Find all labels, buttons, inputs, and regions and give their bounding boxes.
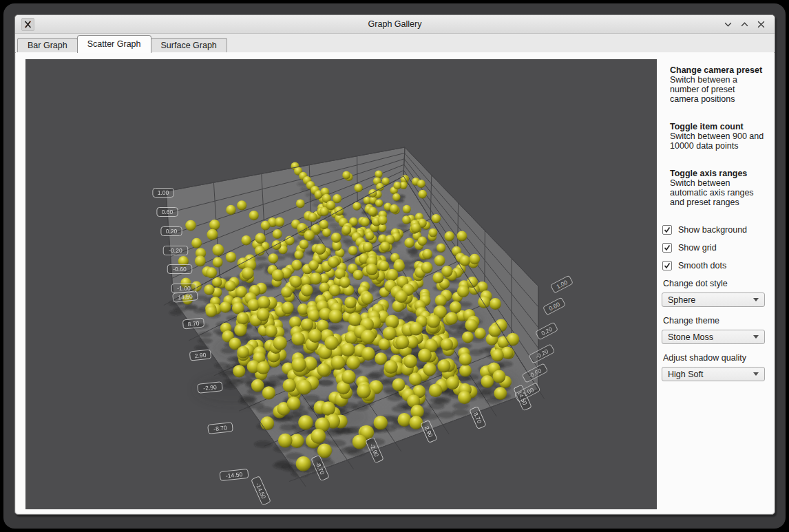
dot-style-label: Change dot style [663, 279, 780, 288]
section-title: Change camera preset [670, 65, 780, 75]
svg-text:8.70: 8.70 [187, 319, 200, 328]
svg-text:-1.00: -1.00 [177, 285, 191, 292]
chevron-down-icon [753, 335, 759, 339]
dropdown-value: High Soft [668, 370, 703, 379]
app-window: Graph Gallery Bar Graph Scatter Graph Su… [14, 14, 775, 515]
chevron-down-icon [753, 298, 759, 301]
dot-style-dropdown[interactable]: Sphere [662, 292, 765, 307]
maximize-button[interactable] [740, 20, 749, 29]
camera-preset-section: Change camera preset Switch between a nu… [662, 65, 780, 104]
checkbox-box [662, 243, 672, 253]
checkbox-box [662, 261, 672, 270]
checkbox-group: Show background Show grid Smooth dots [662, 225, 780, 270]
svg-text:0.60: 0.60 [162, 209, 173, 215]
show-grid-checkbox[interactable]: Show grid [662, 243, 780, 253]
check-icon [664, 226, 671, 233]
axis-ranges-section: Toggle axis ranges Switch between automa… [662, 169, 780, 207]
svg-text:-0.20: -0.20 [169, 247, 182, 254]
svg-text:-8.70: -8.70 [213, 424, 228, 432]
item-count-section: Toggle item count Switch between 900 and… [662, 122, 780, 151]
section-title: Toggle item count [670, 122, 780, 131]
check-icon [664, 244, 671, 251]
section-description: Switch between automatic axis ranges and… [670, 178, 780, 207]
scatter-tab-content: 1.000.600.20-0.20-0.60-1.0014.508.702.90… [16, 52, 774, 513]
tab-bar-graph[interactable]: Bar Graph [17, 38, 78, 52]
dropdown-value: Sphere [668, 295, 695, 305]
checkbox-box [662, 225, 672, 235]
tab-surface-graph[interactable]: Surface Graph [151, 38, 227, 52]
svg-text:-0.60: -0.60 [173, 266, 187, 273]
smooth-dots-checkbox[interactable]: Smooth dots [662, 261, 780, 270]
chevron-down-icon [753, 372, 759, 376]
svg-text:1.00: 1.00 [158, 189, 169, 196]
section-description: Switch between 900 and 10000 data points [670, 131, 780, 151]
titlebar[interactable]: Graph Gallery [15, 15, 775, 34]
theme-dropdown[interactable]: Stone Moss [662, 330, 765, 344]
minimize-button[interactable] [724, 20, 733, 29]
scatter-3d-view[interactable]: 1.000.600.20-0.20-0.60-1.0014.508.702.90… [25, 59, 657, 509]
shadow-quality-dropdown[interactable]: High Soft [662, 367, 765, 381]
section-description: Switch between a number of preset camera… [670, 75, 780, 104]
tab-bar: Bar Graph Scatter Graph Surface Graph [15, 34, 775, 53]
window-title: Graph Gallery [15, 19, 775, 29]
tab-scatter-graph[interactable]: Scatter Graph [77, 35, 151, 53]
section-title: Toggle axis ranges [670, 169, 780, 178]
svg-text:-2.90: -2.90 [203, 383, 218, 392]
dropdown-value: Stone Moss [668, 332, 713, 342]
close-button[interactable] [757, 20, 766, 29]
check-icon [664, 262, 671, 269]
shadow-quality-label: Adjust shadow quality [663, 353, 780, 363]
control-panel: Change camera preset Switch between a nu… [662, 65, 780, 381]
svg-text:2.90: 2.90 [194, 351, 207, 359]
svg-text:0.20: 0.20 [166, 228, 178, 235]
theme-label: Change theme [663, 316, 780, 326]
show-background-checkbox[interactable]: Show background [662, 225, 780, 235]
